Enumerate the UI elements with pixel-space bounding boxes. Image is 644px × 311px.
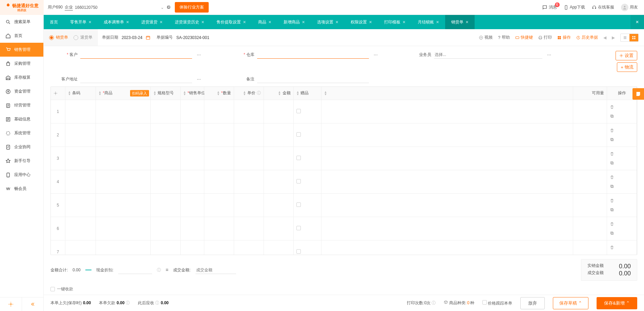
close-icon[interactable]: ✕ xyxy=(335,20,338,24)
one-click-checkbox[interactable] xyxy=(50,287,55,291)
close-icon[interactable]: ✕ xyxy=(402,20,406,24)
cash-discount-input[interactable] xyxy=(118,266,152,274)
tab-0[interactable]: 首页 xyxy=(44,15,64,29)
sidebar-settings[interactable] xyxy=(0,297,22,311)
tab-11[interactable]: 月结锁账✕ xyxy=(412,15,445,29)
sidebar-item-12[interactable]: 畅会员 xyxy=(0,182,43,196)
copy-row-icon[interactable] xyxy=(610,250,634,255)
tab-6[interactable]: 商品✕ xyxy=(252,15,277,29)
view-list[interactable] xyxy=(621,34,629,41)
doc-type-sale[interactable]: 销货单 xyxy=(49,35,68,40)
customer-input[interactable] xyxy=(80,51,192,59)
help-icon[interactable]: ⓘ xyxy=(126,300,130,305)
copy-row-icon[interactable] xyxy=(610,226,634,240)
prev-doc[interactable]: ◀ xyxy=(603,35,606,40)
messages-link[interactable]: 消息 6 xyxy=(542,4,557,10)
tab-1[interactable]: 零售开单✕ xyxy=(64,15,98,29)
gift-checkbox[interactable] xyxy=(296,249,301,254)
save-draft-button[interactable]: 保存草稿⌃ xyxy=(553,297,588,309)
copy-row-icon[interactable] xyxy=(610,203,634,217)
sidebar-item-2[interactable]: 销售管理 xyxy=(0,43,43,57)
support-link[interactable]: 在线客服 xyxy=(592,4,614,10)
user-menu[interactable]: 用友 xyxy=(621,4,638,11)
print-link[interactable]: 打印 xyxy=(538,35,552,40)
sidebar-item-3[interactable]: 采购管理 xyxy=(0,57,43,71)
table-row[interactable]: 4 xyxy=(51,170,637,193)
tab-7[interactable]: 新增商品✕ xyxy=(277,15,311,29)
close-icon[interactable]: ✕ xyxy=(436,20,439,24)
logistics-button[interactable]: +物流 xyxy=(617,62,637,72)
close-icon[interactable]: ✕ xyxy=(268,20,271,24)
table-row[interactable]: 6 xyxy=(51,217,637,240)
close-icon[interactable]: ✕ xyxy=(243,20,246,24)
float-feedback[interactable] xyxy=(632,88,644,100)
sales-input[interactable] xyxy=(434,51,542,59)
col-avail[interactable]: 可用量 xyxy=(573,87,607,100)
discard-button[interactable]: 放弃 xyxy=(520,297,545,309)
sidebar-item-9[interactable]: 企业协同 xyxy=(0,140,43,154)
sidebar-collapse[interactable] xyxy=(22,297,44,311)
close-icon[interactable]: ✕ xyxy=(201,20,204,24)
copy-row-icon[interactable] xyxy=(610,133,634,147)
tenant-selector[interactable]: 用户690企业1660120750 ⌄ xyxy=(44,4,175,11)
col-unit[interactable]: ▲▼*销售单位 xyxy=(180,87,204,100)
gear-icon[interactable] xyxy=(166,5,171,10)
ops-link[interactable]: 操作 xyxy=(557,35,571,40)
tab-2[interactable]: 成本调整单✕ xyxy=(98,15,135,29)
gift-checkbox[interactable] xyxy=(296,226,301,230)
table-row[interactable]: 1 xyxy=(51,100,637,123)
gift-checkbox[interactable] xyxy=(296,202,301,207)
gift-checkbox[interactable] xyxy=(296,156,301,160)
close-icon[interactable]: ✕ xyxy=(88,20,91,24)
close-all-tabs[interactable]: ✕ xyxy=(630,15,644,29)
sidebar-item-8[interactable]: 系统管理 xyxy=(0,126,43,140)
sidebar-item-0[interactable]: 搜索菜单 xyxy=(0,15,43,29)
video-link[interactable]: 视频 xyxy=(479,35,493,40)
close-icon[interactable]: ✕ xyxy=(302,20,305,24)
view-card[interactable] xyxy=(629,34,638,41)
copy-row-icon[interactable] xyxy=(610,109,634,123)
help-icon[interactable]: ⓘ xyxy=(257,91,261,95)
sidebar-item-6[interactable]: 经营管理 xyxy=(0,98,43,112)
col-gear[interactable] xyxy=(51,87,65,100)
tab-3[interactable]: 进货退货✕ xyxy=(135,15,169,29)
warehouse-lookup[interactable]: ⋯ xyxy=(372,53,380,57)
cta-button[interactable]: 体验行业方案 xyxy=(175,2,209,13)
remark-input[interactable] xyxy=(257,75,369,83)
close-icon[interactable]: ✕ xyxy=(160,20,163,24)
close-icon[interactable]: ✕ xyxy=(465,20,469,24)
col-spec[interactable]: ▲▼规格型号 xyxy=(150,87,180,100)
app-download-link[interactable]: App下载 xyxy=(564,4,585,10)
table-row[interactable]: 3 xyxy=(51,147,637,170)
table-row[interactable]: 5 xyxy=(51,193,637,217)
gift-checkbox[interactable] xyxy=(296,132,301,137)
close-icon[interactable]: ✕ xyxy=(369,20,372,24)
tab-5[interactable]: 售价提取设置✕ xyxy=(210,15,252,29)
help-icon[interactable]: ⓘ xyxy=(157,267,161,273)
settings-button[interactable]: 设置 xyxy=(616,51,637,60)
col-amount[interactable]: ▲▼金额 xyxy=(264,87,293,100)
scan-badge[interactable]: 扫码录入 xyxy=(130,90,149,96)
sidebar-item-11[interactable]: 应用中心 xyxy=(0,168,43,182)
sidebar-item-4[interactable]: 库存核算 xyxy=(0,71,43,84)
col-qty[interactable]: ▲▼*数量 xyxy=(204,87,234,100)
customer-lookup[interactable]: ⋯ xyxy=(195,53,203,57)
addr-input[interactable] xyxy=(80,75,192,83)
gift-checkbox[interactable] xyxy=(296,109,301,113)
copy-row-icon[interactable] xyxy=(610,156,634,170)
track-price[interactable]: 价格跟踪本单 xyxy=(482,300,512,306)
sidebar-item-10[interactable]: 新手引导 xyxy=(0,154,43,168)
table-row[interactable]: 7 xyxy=(51,240,637,255)
col-gift[interactable]: ▲▼赠品 xyxy=(293,87,321,100)
calendar-icon[interactable] xyxy=(146,35,150,40)
col-product[interactable]: ▲▼*商品扫码录入 xyxy=(96,87,150,100)
tab-4[interactable]: 进货退货历史✕ xyxy=(169,15,210,29)
tab-10[interactable]: 打印模板✕ xyxy=(378,15,412,29)
gift-checkbox[interactable] xyxy=(296,179,301,183)
close-icon[interactable]: ✕ xyxy=(126,20,129,24)
tab-8[interactable]: 选项设置✕ xyxy=(311,15,345,29)
col-barcode[interactable]: ▲▼条码 xyxy=(65,87,96,100)
deal-amount-input[interactable] xyxy=(195,266,236,274)
sidebar-item-1[interactable]: 首页 xyxy=(0,29,43,43)
sidebar-item-7[interactable]: 基础信息 xyxy=(0,112,43,126)
